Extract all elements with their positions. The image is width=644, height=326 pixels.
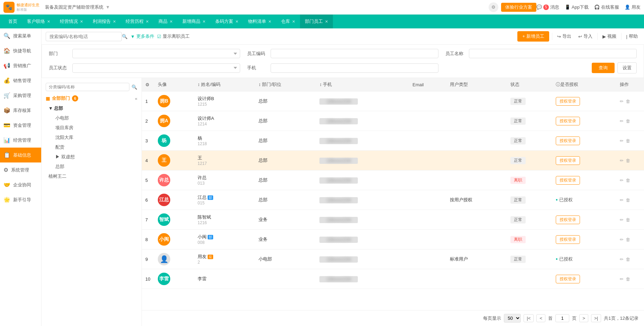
dept-all[interactable]: ▦ 全部部门 6 « (42, 93, 142, 104)
edit-button[interactable]: ✏ (620, 158, 624, 163)
sidebar-item-system[interactable]: ⚙系统管理 (0, 162, 41, 177)
sidebar-item-basic[interactable]: 📋基础信息 (0, 148, 41, 162)
app-download-button[interactable]: 📱 App下载 (565, 4, 589, 10)
delete-button[interactable]: 🗑 (626, 99, 630, 104)
customer-service-button[interactable]: 🎧 在线客服 (594, 4, 619, 10)
close-icon[interactable]: ✕ (80, 19, 83, 24)
page-input[interactable] (555, 314, 569, 322)
nav-profit[interactable]: 利润报告✕ (88, 15, 121, 28)
view-button[interactable]: ▶ 视频 (600, 32, 618, 41)
close-icon[interactable]: ✕ (170, 19, 173, 24)
col-name[interactable]: ↕ 姓名/编码 (194, 78, 255, 91)
add-employee-button[interactable]: + 新增员工 (517, 31, 549, 42)
filter-phone-input[interactable] (271, 63, 438, 73)
sidebar-item-guide[interactable]: 🌟新手引导 (0, 192, 41, 207)
nav-dept-staff[interactable]: 部门员工✕ (300, 15, 333, 28)
auth-login-button[interactable]: 授权登录 (556, 97, 580, 106)
edit-button[interactable]: ✏ (620, 257, 624, 262)
sidebar-item-nav[interactable]: 🏠快捷导航 (0, 43, 41, 58)
sidebar-item-finance[interactable]: 💳资金管理 (0, 118, 41, 133)
edit-button[interactable]: ✏ (620, 118, 624, 124)
sidebar-item-purchase[interactable]: 🛒采购管理 (0, 88, 41, 103)
sidebar-item-inventory[interactable]: 📦库存核算 (0, 103, 41, 118)
auth-login-button[interactable]: 授权登录 (556, 117, 580, 125)
edit-button[interactable]: ✏ (620, 276, 624, 282)
delete-button[interactable]: 🗑 (626, 276, 630, 282)
nav-warehouse[interactable]: 仓库✕ (276, 15, 300, 28)
first-page-button[interactable]: |< (524, 314, 534, 322)
auth-login-button[interactable]: 授权登录 (556, 235, 580, 244)
user-button[interactable]: 👤 用友 (625, 4, 641, 10)
edit-button[interactable]: ✏ (620, 197, 624, 203)
filter-button[interactable]: ▼ 更多条件 (130, 33, 154, 39)
dept-tree-item-zhishu[interactable]: 植树王二 (44, 171, 142, 181)
last-page-button[interactable]: >| (591, 314, 601, 322)
edit-button[interactable]: ✏ (620, 138, 624, 143)
edit-button[interactable]: ✏ (620, 178, 624, 183)
nav-home[interactable]: 首页 (3, 15, 22, 28)
dept-tree-item-xiaodibu[interactable]: 小电部 (51, 113, 142, 123)
sidebar-item-collab[interactable]: 🤝企业协同 (0, 177, 41, 192)
filter-dept-select[interactable] (72, 49, 240, 58)
delete-button[interactable]: 🗑 (626, 158, 630, 163)
export-button[interactable]: ↪ 导出 (555, 32, 573, 41)
close-icon[interactable]: ✕ (47, 19, 50, 24)
nav-add-goods[interactable]: 新增商品✕ (178, 15, 210, 28)
edit-button[interactable]: ✏ (620, 217, 624, 222)
trial-button[interactable]: 体验行业方案 (501, 3, 536, 12)
dropdown-icon[interactable]: ▼ (106, 5, 110, 10)
delete-button[interactable]: 🗑 (626, 178, 630, 183)
nav-bom[interactable]: 物料清单✕ (243, 15, 276, 28)
auth-login-button[interactable]: 授权登录 (556, 156, 580, 165)
close-icon[interactable]: ✕ (146, 19, 149, 24)
prev-page-button[interactable]: < (536, 314, 545, 322)
nav-goods[interactable]: 商品✕ (154, 15, 178, 28)
dept-search-button[interactable]: 🔍 (131, 85, 137, 90)
nav-operation[interactable]: 经营情况✕ (55, 15, 88, 28)
settings-button[interactable]: ⚙ (489, 2, 498, 12)
delete-button[interactable]: 🗑 (626, 217, 630, 222)
edit-button[interactable]: ✏ (620, 237, 624, 242)
close-icon[interactable]: ✕ (292, 19, 295, 24)
nav-history[interactable]: 经营历程✕ (121, 15, 154, 28)
dept-search-input[interactable] (46, 83, 129, 91)
delete-button[interactable]: 🗑 (626, 118, 630, 124)
dept-tree-item-hq[interactable]: ▼ 总部 (44, 104, 142, 113)
filter-name-input[interactable] (469, 49, 637, 58)
dept-tree-item-freight[interactable]: 配货 (51, 142, 142, 152)
auth-login-button[interactable]: 授权登录 (556, 275, 580, 283)
message-button[interactable]: 💬 5 消息 (536, 4, 559, 10)
delete-button[interactable]: 🗑 (626, 138, 630, 143)
reset-button[interactable]: 设置 (617, 62, 637, 73)
sidebar-item-operations[interactable]: 📊经营管理 (0, 133, 41, 148)
delete-button[interactable]: 🗑 (626, 237, 630, 242)
help-button[interactable]: | 帮助 (624, 32, 640, 41)
close-icon[interactable]: ✕ (113, 19, 116, 24)
sidebar-item-marketing[interactable]: 📢营销推广 (0, 58, 41, 73)
query-button[interactable]: 查询 (592, 63, 615, 73)
nav-customer[interactable]: 客户联络✕ (22, 15, 55, 28)
collapse-button[interactable]: « (135, 96, 137, 101)
nav-barcode[interactable]: 条码方案✕ (210, 15, 243, 28)
next-page-button[interactable]: > (579, 314, 588, 322)
import-button[interactable]: ↩ 导入 (576, 32, 595, 41)
dept-tree-item-shenyang[interactable]: 沈阳大库 (51, 133, 142, 142)
auth-login-button[interactable]: 授权登录 (556, 215, 580, 224)
sidebar-item-sales[interactable]: 💰销售管理 (0, 73, 41, 88)
dept-tree-item-shuangxu[interactable]: ▶ 双虚想 (51, 152, 142, 162)
close-icon[interactable]: ✕ (202, 19, 206, 24)
search-input[interactable] (46, 32, 122, 41)
delete-button[interactable]: 🗑 (626, 257, 630, 262)
close-icon[interactable]: ✕ (325, 19, 328, 24)
col-settings[interactable]: ⚙ (142, 78, 154, 91)
edit-button[interactable]: ✏ (620, 99, 624, 104)
dept-tree-item-project[interactable]: 项目库房 (51, 123, 142, 133)
filter-code-input[interactable] (271, 49, 438, 58)
show-leave-checkbox[interactable]: ☑ 显示离职员工 (157, 33, 190, 39)
dept-tree-item-hq2[interactable]: 总部 (51, 162, 142, 171)
sidebar-item-search[interactable]: 🔍搜索菜单 (0, 28, 41, 43)
col-dept[interactable]: ↕ 部门/职位 (255, 78, 316, 91)
close-icon[interactable]: ✕ (268, 19, 271, 24)
col-phone[interactable]: ↕ 手机 (316, 78, 409, 91)
filter-status-select[interactable] (72, 63, 240, 73)
